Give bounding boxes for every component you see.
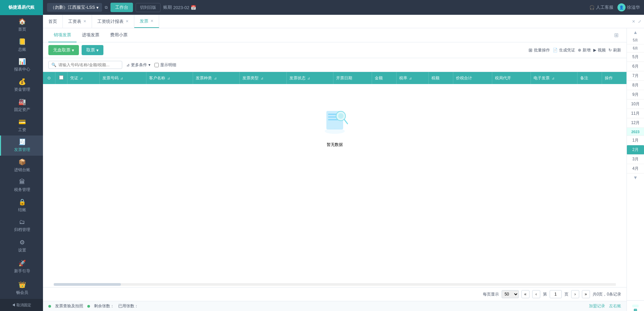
th-note: 备注 bbox=[578, 72, 602, 84]
company-dropdown-icon: ▾ bbox=[96, 5, 99, 10]
select-all-checkbox[interactable] bbox=[59, 75, 63, 80]
sidebar-item-salary[interactable]: 💳 工资 bbox=[0, 115, 43, 135]
home-icon: 🏠 bbox=[18, 18, 26, 25]
sidebar-item-archive[interactable]: 🗂 归档管理 bbox=[0, 216, 43, 236]
sidebar-item-tax[interactable]: 🏛 税务管理 bbox=[0, 176, 43, 196]
gen-voucher-button[interactable]: 📄 生成凭证 bbox=[553, 47, 575, 53]
batch-ops-button[interactable]: ⊞ 批量操作 bbox=[528, 47, 550, 53]
sidebar-item-settings[interactable]: ⚙ 设置 bbox=[0, 236, 43, 256]
maximize-icon[interactable]: ⤢ bbox=[638, 19, 641, 24]
tax-rate-filter-icon[interactable]: ⊿ bbox=[409, 76, 412, 80]
settings-icon: ⚙ bbox=[19, 239, 25, 246]
sidebar-item-home[interactable]: 🏠 首页 bbox=[0, 15, 43, 35]
th-e-invoice: 电子发票 ⊿ bbox=[531, 72, 578, 84]
filter-dropdown-icon: ▾ bbox=[148, 63, 150, 67]
date-period-1[interactable]: 5月 bbox=[627, 36, 644, 44]
sidebar-item-reports[interactable]: 📊 报表中心 bbox=[0, 55, 43, 75]
th-customer: 客户名称 ⊿ bbox=[146, 72, 193, 84]
status-filter-icon[interactable]: ⊿ bbox=[307, 76, 310, 80]
search-icon: 🔍 bbox=[51, 63, 56, 67]
date-month-4[interactable]: 4月 bbox=[627, 164, 644, 173]
sidebar-item-label-funds: 资金管理 bbox=[14, 87, 30, 92]
sidebar-item-label-archive: 归档管理 bbox=[14, 227, 30, 233]
date-month-7[interactable]: 7月 bbox=[627, 71, 644, 81]
sidebar-item-funds[interactable]: 💰 资金管理 bbox=[0, 75, 43, 95]
page-number-input[interactable] bbox=[550, 290, 562, 298]
customer-filter-icon[interactable]: ⊿ bbox=[167, 76, 170, 80]
invoice-tab-close[interactable]: ✕ bbox=[150, 19, 153, 23]
invoice-verify-label: 发票查验及拍照 bbox=[55, 303, 83, 309]
sidebar-item-ledger[interactable]: 📒 总账 bbox=[0, 35, 43, 55]
prev-page-button[interactable]: ‹ bbox=[532, 290, 540, 298]
tab-salary[interactable]: 工资表 ✕ bbox=[63, 15, 92, 28]
company-selector[interactable]: （勿删）江西服宝-LSS ▾ bbox=[47, 3, 102, 12]
sub-tab-expense[interactable]: 费用小票 bbox=[105, 28, 133, 42]
date-month-2[interactable]: 2月 bbox=[627, 145, 644, 155]
pagination: 每页显示 10 20 50 100 « ‹ 第 页 › bbox=[43, 287, 627, 301]
last-page-button[interactable]: » bbox=[582, 290, 590, 298]
join-link[interactable]: 加盟记录 bbox=[589, 303, 605, 309]
deduct-button[interactable]: 取票 ▾ bbox=[82, 45, 103, 55]
invoice-no-filter-icon[interactable]: ⊿ bbox=[120, 76, 123, 80]
date-month-5[interactable]: 5月 bbox=[627, 52, 644, 62]
horizontal-scrollbar[interactable] bbox=[54, 283, 616, 286]
status-dot bbox=[48, 305, 51, 308]
sidebar-toggle[interactable]: ◀ 取消固定 bbox=[0, 299, 43, 311]
tab-home[interactable]: 首页 bbox=[43, 15, 63, 28]
th-checkbox[interactable] bbox=[55, 72, 67, 84]
sidebar-bottom: 🚀 新手引导 👑 畅会员 ◀ 取消固定 bbox=[0, 256, 43, 311]
sub-tab-sales[interactable]: 销项发票 bbox=[48, 28, 77, 42]
sidebar-item-assets[interactable]: 🏭 固定资产 bbox=[0, 95, 43, 116]
no-deduct-button[interactable]: 无血取票 ▾ bbox=[48, 45, 79, 55]
purchase-sales-icon: 📦 bbox=[18, 158, 26, 166]
close-panel-icon[interactable]: ✕ bbox=[632, 19, 635, 24]
user-menu[interactable]: 👤 徐溢华 bbox=[617, 3, 640, 11]
date-month-10[interactable]: 10月 bbox=[627, 100, 644, 109]
more-conditions-button[interactable]: ⊿ 更多条件 ▾ bbox=[126, 62, 150, 68]
new-button[interactable]: ⊕ 新增 bbox=[578, 47, 591, 53]
date-scroll-up[interactable]: ▲ bbox=[627, 28, 644, 36]
filter-icon: ⊿ bbox=[126, 63, 130, 67]
voucher-filter-icon[interactable]: ⊿ bbox=[80, 76, 83, 80]
sidebar-item-purchase-sales[interactable]: 📦 进销台账 bbox=[0, 156, 43, 176]
workspace-button[interactable]: 工作台 bbox=[110, 3, 133, 12]
help-link[interactable]: 左右账 bbox=[609, 303, 621, 309]
show-detail-checkbox[interactable] bbox=[154, 63, 159, 67]
tab-salary-stats[interactable]: 工资统计报表 ✕ bbox=[92, 15, 134, 28]
sidebar-item-invoice[interactable]: 🧾 发票管理 bbox=[0, 135, 43, 156]
open-period-button[interactable]: 开账日期 bbox=[627, 300, 644, 311]
next-page-button[interactable]: › bbox=[571, 290, 579, 298]
salary-stats-tab-close[interactable]: ✕ bbox=[126, 19, 129, 24]
date-period-2[interactable]: 6月 bbox=[627, 44, 644, 52]
date-month-12[interactable]: 12月 bbox=[627, 118, 644, 128]
sidebar-item-member[interactable]: 👑 畅会员 bbox=[0, 277, 43, 299]
date-month-3[interactable]: 3月 bbox=[627, 155, 644, 164]
search-input[interactable] bbox=[58, 63, 116, 67]
tab-invoice[interactable]: 发票 ✕ bbox=[134, 15, 159, 28]
switch-version-button[interactable]: 切到旧版 bbox=[136, 3, 160, 12]
e-invoice-filter-icon[interactable]: ⊿ bbox=[552, 76, 554, 80]
grid-icon[interactable]: ⊞ bbox=[614, 32, 618, 38]
invoice-type-filter-icon[interactable]: ⊿ bbox=[214, 76, 217, 80]
sidebar-item-label-home: 首页 bbox=[18, 27, 26, 32]
date-month-1[interactable]: 1月 bbox=[627, 136, 644, 145]
sub-tab-purchase[interactable]: 进项发票 bbox=[77, 28, 105, 42]
date-month-6[interactable]: 6月 bbox=[627, 62, 644, 71]
reports-icon: 📊 bbox=[18, 58, 26, 65]
date-month-11[interactable]: 11月 bbox=[627, 109, 644, 118]
video-button[interactable]: ▶ 视频 bbox=[593, 47, 606, 53]
sidebar-item-guide[interactable]: 🚀 新手引导 bbox=[0, 256, 43, 277]
scroll-thumb[interactable] bbox=[54, 283, 121, 286]
copy-icon[interactable]: ⧉ bbox=[105, 5, 108, 10]
date-scroll-down[interactable]: ▼ bbox=[627, 173, 644, 182]
show-detail-checkbox-wrapper[interactable]: 显示明细 bbox=[154, 62, 176, 68]
salary-tab-close[interactable]: ✕ bbox=[83, 19, 86, 24]
per-page-select[interactable]: 10 20 50 100 bbox=[502, 290, 519, 298]
refresh-button[interactable]: ↻ 刷新 bbox=[608, 47, 621, 53]
support-button[interactable]: 🎧 人工客服 bbox=[589, 4, 613, 10]
invoice-category-filter-icon[interactable]: ⊿ bbox=[261, 76, 263, 80]
sidebar-item-close-accounts[interactable]: 🔒 结账 bbox=[0, 196, 43, 216]
first-page-button[interactable]: « bbox=[521, 290, 530, 298]
date-month-8[interactable]: 8月 bbox=[627, 81, 644, 90]
date-month-9[interactable]: 9月 bbox=[627, 90, 644, 100]
